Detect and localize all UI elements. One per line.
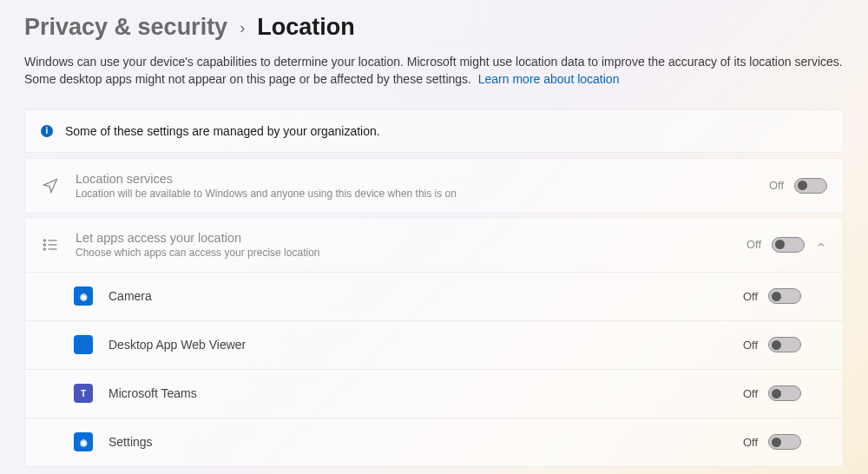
app-toggle[interactable] [768,385,801,401]
svg-point-2 [43,244,45,246]
location-services-card: Location services Location will be avail… [24,158,844,214]
app-toggle-group: Off [743,385,801,401]
app-toggle[interactable] [768,434,801,450]
list-icon [41,235,60,254]
app-toggle-group: Off [743,337,801,352]
app-state: Off [743,290,758,303]
app-toggle[interactable] [768,288,801,304]
org-managed-banner: i Some of these settings are managed by … [24,109,844,153]
page-title: Location [257,14,355,41]
page-description: Windows can use your device's capabiliti… [24,53,844,89]
svg-point-4 [43,248,45,250]
location-arrow-icon [41,176,60,195]
app-row: ◉SettingsOff [25,418,843,466]
svg-point-0 [43,240,45,241]
location-services-subtitle: Location will be available to Windows an… [76,188,753,200]
app-toggle[interactable] [768,337,801,352]
chevron-right-icon: › [240,19,245,37]
apps-access-card: Let apps access your location Choose whi… [24,217,844,467]
app-state: Off [743,339,758,352]
description-text: Windows can use your device's capabiliti… [24,55,843,86]
apps-access-row[interactable]: Let apps access your location Choose whi… [25,218,843,272]
app-name: Settings [108,435,727,449]
apps-access-title: Let apps access your location [76,231,731,245]
app-state: Off [743,387,758,400]
app-icon [74,335,93,354]
apps-access-state: Off [746,238,761,251]
location-services-row: Location services Location will be avail… [25,159,843,213]
chevron-up-icon[interactable] [815,239,827,251]
app-icon: ◉ [74,432,93,451]
info-icon: i [41,125,53,137]
app-name: Camera [108,289,727,303]
app-row: Desktop App Web ViewerOff [25,320,843,369]
learn-more-link[interactable]: Learn more about location [478,72,620,86]
apps-access-subtitle: Choose which apps can access your precis… [76,247,731,259]
app-name: Desktop App Web Viewer [108,338,727,352]
app-row: TMicrosoft TeamsOff [25,369,843,418]
app-toggle-group: Off [743,288,801,304]
app-row: ◉CameraOff [25,272,843,320]
banner-text: Some of these settings are managed by yo… [65,124,380,138]
app-icon: ◉ [74,286,93,306]
app-toggle-group: Off [743,434,801,450]
breadcrumb: Privacy & security › Location [24,14,844,41]
app-state: Off [743,436,758,449]
location-services-title: Location services [76,172,753,186]
apps-access-toggle[interactable] [772,237,805,253]
location-services-state: Off [769,179,784,192]
app-name: Microsoft Teams [108,386,727,400]
app-icon: T [74,384,93,403]
breadcrumb-parent[interactable]: Privacy & security [24,14,227,41]
location-services-toggle[interactable] [794,178,827,194]
